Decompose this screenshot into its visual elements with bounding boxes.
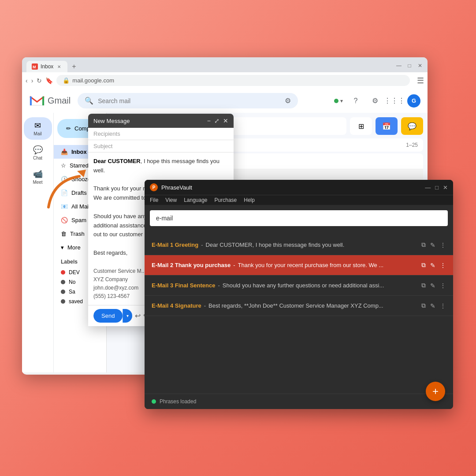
phrase-sep-1: -	[201, 242, 203, 248]
search-tune-icon[interactable]: ⚙	[285, 97, 291, 105]
search-input[interactable]	[98, 97, 280, 104]
minimize-button[interactable]: —	[396, 63, 402, 69]
compose-recipients-field[interactable]: Recipients	[88, 128, 234, 140]
phrase-name-1: E-Mail 1 Greeting	[152, 242, 198, 248]
pv-minimize-button[interactable]: —	[425, 184, 431, 191]
close-button[interactable]: ✕	[417, 63, 423, 69]
pv-restore-button[interactable]: □	[435, 184, 439, 191]
arrow-annotation	[40, 163, 110, 218]
label-saved-name: saved	[69, 298, 83, 305]
label-dot-dev	[61, 270, 65, 275]
label-dev-name: DEV	[69, 269, 80, 275]
bookmark-button[interactable]: 🔖	[45, 77, 53, 84]
sidebar-item-chat-label: Chat	[33, 156, 42, 160]
pv-menu-view[interactable]: View	[165, 197, 177, 203]
phrasevault-phrases-list: E-Mail 1 Greeting - Dear CUSTOMER, I hop…	[145, 231, 453, 394]
svg-rect-2	[30, 97, 32, 105]
tab-close-button[interactable]: ✕	[56, 63, 62, 70]
phrase-more-icon-2[interactable]: ⋮	[440, 262, 446, 269]
new-tab-button[interactable]: +	[69, 63, 78, 71]
sidebar-item-mail[interactable]: ✉ Mail	[24, 117, 52, 140]
browser-address-bar: ‹ › ↻ 🔖 🔒 mail.google.com ☰	[22, 72, 428, 89]
compose-subject-field[interactable]: Subject	[88, 140, 234, 152]
pv-menu-file[interactable]: File	[150, 197, 158, 203]
phrasevault-search-input[interactable]	[150, 210, 448, 226]
compose-minimize-button[interactable]: −	[207, 117, 211, 124]
sidebar-item-mail-label: Mail	[33, 131, 41, 136]
phrasevault-window: P PhraseVault — □ ✕ File View Language P…	[145, 180, 453, 409]
phrasevault-window-controls: — □ ✕	[425, 184, 448, 191]
phrase-edit-icon-3[interactable]: ✎	[430, 282, 435, 289]
back-button[interactable]: ‹	[26, 77, 28, 84]
phrase-copy-icon-2[interactable]: ⧉	[421, 261, 426, 269]
pv-menu-language[interactable]: Language	[184, 197, 207, 203]
refresh-button[interactable]: ↻	[37, 77, 42, 84]
phrase-edit-icon-4[interactable]: ✎	[430, 302, 435, 309]
browser-tab-bar: M Inbox ✕ + — □ ✕	[26, 61, 423, 72]
phrasevault-title-area: P PhraseVault	[150, 183, 192, 191]
calendar-widget[interactable]: 📅	[376, 117, 398, 135]
phrase-content-1: E-Mail 1 Greeting - Dear CUSTOMER, I hop…	[152, 242, 417, 248]
browser-menu-button[interactable]: ☰	[417, 76, 424, 86]
phrasevault-add-button[interactable]: +	[426, 382, 445, 401]
help-button[interactable]: ?	[349, 94, 362, 108]
phrase-preview-1: Dear CUSTOMER, I hope this message finds…	[206, 242, 417, 248]
status-dot-icon	[152, 399, 156, 404]
phrase-sep-3: -	[218, 282, 220, 289]
calendar-icon: 📅	[382, 122, 391, 130]
avatar[interactable]: G	[407, 94, 420, 108]
apps-button[interactable]: ⋮⋮⋮	[388, 94, 401, 108]
phrase-row-4[interactable]: E-Mail 4 Signature - Best regards, **Joh…	[145, 296, 453, 316]
compose-undo-button[interactable]: ↩	[135, 312, 141, 320]
gmail-search-bar[interactable]: 🔍 ⚙	[78, 93, 298, 108]
view-toggle[interactable]: ⊞	[350, 117, 372, 135]
phrase-content-4: E-Mail 4 Signature - Best regards, **Joh…	[152, 302, 417, 309]
phrase-sep-4: -	[204, 302, 206, 309]
phrase-row-1[interactable]: E-Mail 1 Greeting - Dear CUSTOMER, I hop…	[145, 235, 453, 255]
pv-close-button[interactable]: ✕	[443, 184, 448, 191]
phrase-edit-icon-1[interactable]: ✎	[430, 242, 435, 249]
phrase-more-icon-4[interactable]: ⋮	[440, 302, 446, 309]
phrase-copy-icon-1[interactable]: ⧉	[421, 241, 426, 249]
phrase-sep-2: -	[233, 262, 235, 268]
pv-menu-purchase[interactable]: Purchase	[215, 197, 237, 203]
gmail-logo: Gmail	[29, 95, 71, 107]
spam-icon: 🚫	[61, 217, 68, 223]
restore-button[interactable]: □	[406, 63, 413, 69]
phrase-name-3: E-Mail 3 Final Sentence	[152, 282, 216, 289]
phrase-row-3[interactable]: E-Mail 3 Final Sentence - Should you hav…	[145, 275, 453, 296]
phrasevault-footer: Phrases loaded	[145, 394, 453, 409]
subject-placeholder: Subject	[93, 143, 112, 149]
sidebar-item-chat[interactable]: 💬 Chat	[24, 141, 52, 164]
chat-widget[interactable]: 💬	[401, 117, 423, 135]
status-dropdown[interactable]: ▾	[340, 98, 343, 104]
phrase-copy-icon-4[interactable]: ⧉	[421, 302, 426, 309]
pv-menu-help[interactable]: Help	[244, 197, 255, 203]
chat-widget-icon: 💬	[408, 122, 416, 130]
phrase-edit-icon-2[interactable]: ✎	[430, 262, 435, 269]
phrase-actions-3: ⧉ ✎ ⋮	[421, 282, 446, 289]
phrase-more-icon-3[interactable]: ⋮	[440, 282, 446, 289]
address-bar[interactable]: 🔒 mail.google.com	[56, 75, 410, 86]
settings-button[interactable]: ⚙	[368, 94, 382, 108]
gmail-favicon-icon: M	[32, 63, 38, 70]
url-text: mail.google.com	[72, 77, 114, 84]
send-button[interactable]: Send	[93, 309, 123, 323]
send-dropdown-button[interactable]: ▾	[123, 309, 132, 323]
send-button-group: Send ▾	[93, 309, 132, 323]
window-controls: — □ ✕	[396, 63, 423, 71]
sidebar-inbox-label: Inbox	[71, 149, 87, 155]
mail-icon: ✉	[34, 121, 41, 130]
status-dot	[334, 99, 338, 103]
compose-maximize-button[interactable]: ⤢	[214, 117, 219, 124]
forward-button[interactable]: ›	[31, 77, 33, 84]
phrasevault-search-area	[145, 205, 453, 231]
sidebar-more-label: More	[67, 244, 81, 251]
phrase-more-icon-1[interactable]: ⋮	[440, 242, 446, 249]
compose-close-button[interactable]: ✕	[223, 117, 228, 124]
browser-tab[interactable]: M Inbox ✕	[26, 61, 67, 72]
compose-header: New Message − ⤢ ✕	[88, 114, 234, 128]
phrase-row-2[interactable]: E-Mail 2 Thank you purchase - Thank you …	[145, 255, 453, 275]
label-dot-no	[61, 280, 65, 284]
phrase-copy-icon-3[interactable]: ⧉	[421, 282, 426, 289]
